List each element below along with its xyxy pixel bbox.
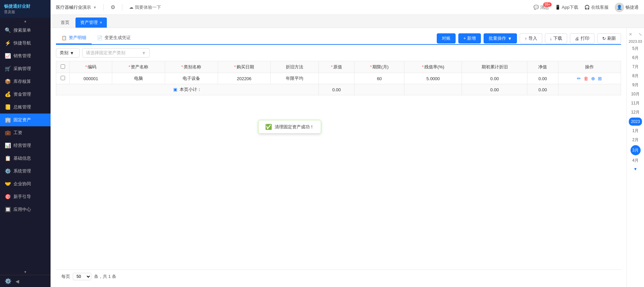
sysadmin-icon: ⚙️ <box>5 168 11 174</box>
category-filter[interactable]: 类别 ▼ <box>56 48 80 58</box>
user-profile[interactable]: 👤 畅捷通 <box>615 3 639 12</box>
sidebar-scroll-down[interactable]: ▼ <box>0 269 51 275</box>
sub-tab-change-voucher-icon: 📄 <box>97 35 102 40</box>
right-panel-close-icon[interactable]: ✕ <box>629 32 632 37</box>
company-name: 医疗器械行业演示 <box>56 4 91 10</box>
table-row: 000001 电脑 电子设备 202206 年限平均 60 5.0000 0.0… <box>56 73 621 84</box>
category-placeholder: 请选择固定资产类别 <box>86 50 125 56</box>
topbar: 医疗器械行业演示 ▼ ⚙ ☁ 我要体验一下 💬 消息 99+ 📱 App下载 🎧… <box>51 0 644 15</box>
topbar-divider2 <box>122 4 122 11</box>
cal-month-10[interactable]: 10月 <box>627 90 644 99</box>
refresh-label: 刷新 <box>607 35 616 41</box>
ledger-label: 总账管理 <box>13 104 31 110</box>
select-all-checkbox[interactable] <box>61 64 65 69</box>
refresh-button[interactable]: ↻ 刷新 <box>597 33 621 43</box>
settings-button[interactable]: ⚙ <box>111 4 115 10</box>
batch-ops-button[interactable]: 批量操作 ▼ <box>484 33 517 43</box>
cal-month-6[interactable]: 6月 <box>627 53 644 62</box>
cal-month-3-current[interactable]: 3月 <box>631 145 641 155</box>
subtotal-period <box>354 84 404 95</box>
sidebar-item-assets[interactable]: 🏢 固定资产 <box>0 114 51 126</box>
tab-close-icon[interactable]: × <box>100 20 102 25</box>
app-download-button[interactable]: 📱 App下载 <box>555 4 578 10</box>
cal-month-12[interactable]: 12月 <box>627 108 644 117</box>
filter-row: 类别 ▼ 请选择固定资产类别 ▼ <box>56 48 621 58</box>
cal-month-9[interactable]: 9月 <box>627 81 644 90</box>
reconcile-button[interactable]: 对账 <box>437 33 456 43</box>
right-panel-expand-icon[interactable]: ⤡ <box>639 32 642 37</box>
cal-month-8[interactable]: 8月 <box>627 71 644 81</box>
sidebar-item-ledger[interactable]: 📒 总账管理 <box>0 101 51 114</box>
support-icon: 🎧 <box>584 5 590 10</box>
edit-action[interactable]: ✏ <box>577 76 581 81</box>
sidebar-item-salary[interactable]: 💼 工资 <box>0 126 51 139</box>
messages-button[interactable]: 💬 消息 99+ <box>533 4 549 10</box>
cal-month-4[interactable]: 4月 <box>627 156 644 165</box>
experience-button[interactable]: ☁ 我要体验一下 <box>129 4 161 10</box>
cal-month-7[interactable]: 7月 <box>627 62 644 71</box>
tabbar: 首页 资产管理 × <box>51 15 644 28</box>
sidebar-item-purchase[interactable]: 🛒 采购管理 <box>0 62 51 75</box>
import-button[interactable]: ↑ 导入 <box>520 33 542 43</box>
sub-tab-asset-detail[interactable]: 📋 资产明细 <box>56 32 92 44</box>
sidebar-item-basicinfo[interactable]: 📋 基础信息 <box>0 152 51 165</box>
more-action[interactable]: ⊞ <box>598 76 602 81</box>
search-label: 搜索菜单 <box>13 27 31 33</box>
subtotal-label-cell: ▣ 本页小计： <box>56 84 319 95</box>
tab-assets-mgmt[interactable]: 资产管理 × <box>75 18 107 28</box>
sidebar-item-operations[interactable]: 📊 经营管理 <box>0 139 51 152</box>
cal-year-2023[interactable]: 2023 <box>629 118 642 126</box>
sidebar-item-quicknav[interactable]: ⚡ 快捷导航 <box>0 37 51 50</box>
row-category: 电子设备 <box>165 73 218 84</box>
copy-action[interactable]: ⊕ <box>591 76 595 81</box>
row-checkbox[interactable] <box>61 76 65 80</box>
per-page-select[interactable]: 50 100 200 <box>73 273 91 280</box>
inventory-icon: 📦 <box>5 78 11 85</box>
category-label: 类别 <box>60 50 68 56</box>
sidebar-item-search[interactable]: 🔍 搜索菜单 <box>0 24 51 37</box>
subtotal-row: ▣ 本页小计： 0.00 0.00 0.00 <box>56 84 621 95</box>
new-button[interactable]: + 新增 <box>458 33 481 43</box>
support-button[interactable]: 🎧 在线客服 <box>584 4 609 10</box>
print-button[interactable]: 🖨 打印 <box>570 33 594 43</box>
cal-month-5[interactable]: 5月 <box>627 44 644 53</box>
header-category: *类别名称 <box>165 61 218 73</box>
cal-month-1[interactable]: 1月 <box>627 126 644 135</box>
download-button[interactable]: ↓ 下载 <box>545 33 568 43</box>
app-icon: 📱 <box>555 5 560 10</box>
category-type-filter[interactable]: 请选择固定资产类别 ▼ <box>82 48 150 58</box>
cal-month-2[interactable]: 2月 <box>627 135 644 145</box>
settings-icon[interactable]: ⚙️ <box>5 278 11 284</box>
row-depreciation: 年限平均 <box>271 73 319 84</box>
enterprise-label: 企业协同 <box>13 181 31 187</box>
salary-icon: 💼 <box>5 130 11 136</box>
cal-scroll-down[interactable]: ▼ <box>627 165 644 173</box>
cloud-icon: ☁ <box>129 5 133 10</box>
tab-home[interactable]: 首页 <box>56 18 74 28</box>
salary-label: 工资 <box>13 130 22 136</box>
header-initial-accum-depr: 期初累计折旧 <box>462 61 527 73</box>
sub-tab-change-voucher[interactable]: 📄 变更生成凭证 <box>92 32 136 44</box>
collapse-icon[interactable]: ◀ <box>16 279 19 284</box>
company-selector[interactable]: 医疗器械行业演示 ▼ <box>56 4 97 10</box>
experience-text: 我要体验一下 <box>135 4 161 10</box>
sidebar-item-inventory[interactable]: 📦 库存核算 <box>0 75 51 88</box>
avatar-icon: 👤 <box>617 5 622 10</box>
import-label: 导入 <box>528 35 537 41</box>
sidebar-bottom: ⚙️ ◀ <box>0 275 51 287</box>
inventory-label: 库存核算 <box>13 78 31 85</box>
cal-month-11[interactable]: 11月 <box>627 99 644 108</box>
assets-table: *编码 *资产名称 *类别名称 *购买日期 折旧方法 *原值 *期限(月) *残… <box>56 61 621 95</box>
sidebar-item-appcenter[interactable]: 🔲 应用中心 <box>0 203 51 216</box>
newguide-label: 新手引导 <box>13 194 31 200</box>
message-badge: 99+ <box>543 2 552 7</box>
sidebar-item-newguide[interactable]: 🎯 新手引导 <box>0 190 51 203</box>
new-label: + 新增 <box>463 35 476 41</box>
delete-action[interactable]: 🗑 <box>584 76 588 81</box>
sidebar-item-funds[interactable]: 💰 资金管理 <box>0 88 51 101</box>
sidebar-item-sysadmin[interactable]: ⚙️ 系统管理 <box>0 165 51 178</box>
sidebar-item-sales[interactable]: 📈 销售管理 <box>0 50 51 62</box>
sidebar-scroll-up[interactable]: ▲ <box>0 18 51 24</box>
sysadmin-label: 系统管理 <box>13 168 31 174</box>
sidebar-item-enterprise[interactable]: 🤝 企业协同 <box>0 178 51 190</box>
